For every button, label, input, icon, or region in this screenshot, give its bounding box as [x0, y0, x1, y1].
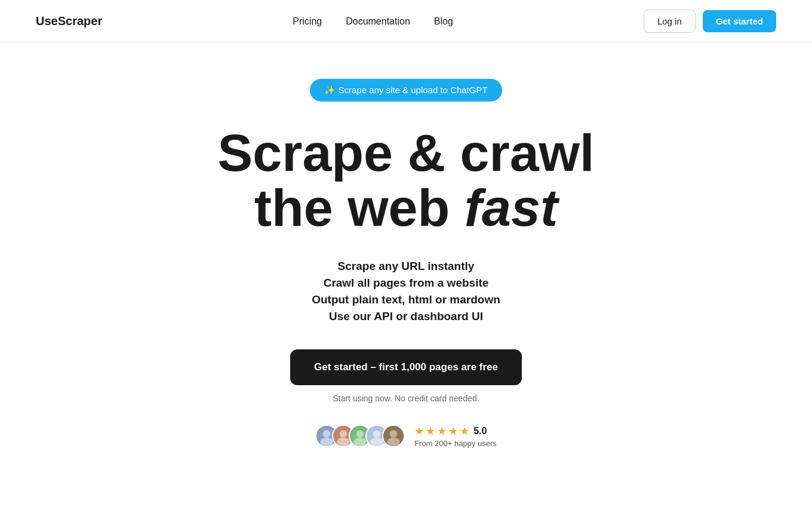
- rating-text: From 200+ happy users: [414, 439, 497, 448]
- nav-blog-link[interactable]: Blog: [434, 16, 453, 27]
- cta-button[interactable]: Get started – first 1,000 pages are free: [290, 349, 522, 385]
- svg-point-8: [353, 438, 366, 446]
- hero-badge[interactable]: ✨ Scrape any site & upload to ChatGPT: [310, 79, 502, 102]
- hero-section: ✨ Scrape any site & upload to ChatGPT Sc…: [0, 43, 812, 472]
- nav-logo[interactable]: UseScraper: [36, 14, 102, 28]
- nav-pricing-link[interactable]: Pricing: [293, 16, 322, 27]
- nav-links: Pricing Documentation Blog: [293, 16, 453, 27]
- svg-point-10: [373, 430, 381, 438]
- get-started-nav-button[interactable]: Get started: [703, 10, 776, 32]
- hero-title-line1: Scrape & crawl: [218, 123, 595, 182]
- login-button[interactable]: Log in: [644, 10, 696, 33]
- svg-point-13: [390, 430, 398, 438]
- feature-3: Output plain text, html or mardown: [312, 293, 500, 306]
- hero-title: Scrape & crawl the web fast: [218, 125, 595, 236]
- cta-subtitle: Start using now. No credit card needed.: [333, 394, 479, 403]
- svg-point-7: [356, 430, 364, 438]
- star-4: ★: [448, 425, 458, 438]
- rating-info: ★ ★ ★ ★ ★ 5.0 From 200+ happy users: [414, 425, 497, 448]
- avatar-5: [382, 425, 405, 447]
- hero-title-line2: the web: [254, 178, 465, 237]
- feature-4: Use our API or dashboard UI: [312, 310, 500, 323]
- feature-1: Scrape any URL instantly: [312, 260, 500, 273]
- hero-title-italic: fast: [465, 178, 558, 237]
- star-2: ★: [426, 425, 435, 438]
- svg-point-1: [323, 430, 331, 438]
- nav-documentation-link[interactable]: Documentation: [346, 16, 410, 27]
- rating-score: 5.0: [473, 426, 487, 437]
- avatars-group: [315, 425, 405, 447]
- svg-point-11: [370, 438, 383, 446]
- nav-actions: Log in Get started: [644, 10, 776, 33]
- svg-point-2: [320, 438, 333, 446]
- stars-row: ★ ★ ★ ★ ★ 5.0: [414, 425, 497, 438]
- star-3: ★: [437, 425, 447, 438]
- star-5: ★: [460, 425, 469, 438]
- social-proof: ★ ★ ★ ★ ★ 5.0 From 200+ happy users: [315, 425, 497, 448]
- hero-features: Scrape any URL instantly Crawl all pages…: [312, 260, 500, 323]
- navbar: UseScraper Pricing Documentation Blog Lo…: [0, 0, 812, 43]
- svg-point-5: [337, 438, 349, 446]
- star-1: ★: [414, 425, 424, 438]
- svg-point-14: [387, 438, 399, 446]
- svg-point-4: [340, 430, 347, 438]
- feature-2: Crawl all pages from a website: [312, 277, 500, 290]
